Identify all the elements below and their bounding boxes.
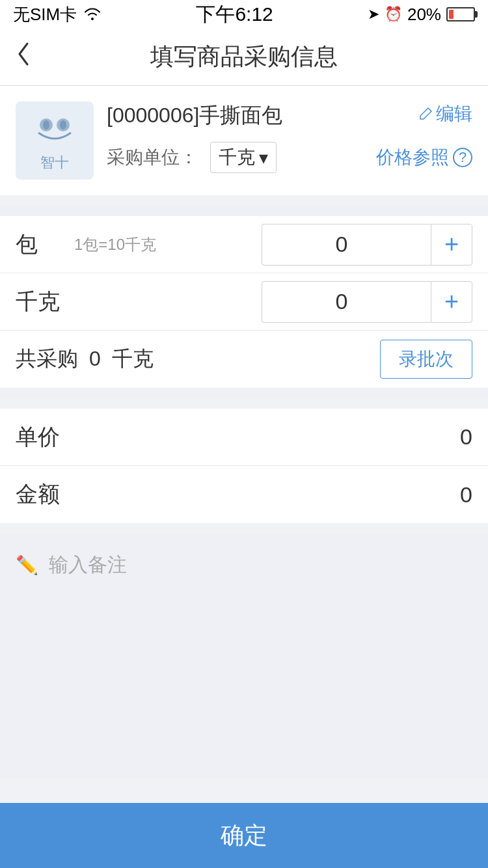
price-reference-button[interactable]: 价格参照 ? <box>376 145 472 170</box>
battery-pct: 20% <box>407 5 441 25</box>
kg-label: 千克 <box>16 287 68 317</box>
svg-point-3 <box>60 120 66 129</box>
product-unit-row: 采购单位： 千克 ▾ 价格参照 ? <box>107 142 472 173</box>
unit-price-row: 单价 0 <box>0 409 488 466</box>
battery-icon <box>446 7 475 21</box>
bag-sublabel: 1包=10千克 <box>74 234 262 255</box>
price-ref-help-icon: ? <box>453 148 472 167</box>
bag-plus-button[interactable]: + <box>431 224 472 265</box>
summary-row: 共采购 0 千克 录批次 <box>0 331 488 388</box>
status-left: 无SIM卡 <box>13 3 102 26</box>
nav-bar: 填写商品采购信息 <box>0 29 488 86</box>
back-button[interactable] <box>16 41 31 73</box>
unit-price-label: 单价 <box>16 422 60 452</box>
amount-row: 金额 0 <box>0 466 488 523</box>
status-right: ➤ ⏰ 20% <box>368 5 475 25</box>
pencil-icon: ✏️ <box>16 554 38 576</box>
kg-input-control: + <box>262 281 472 323</box>
section-divider-2 <box>0 388 488 398</box>
confirm-button[interactable]: 确定 <box>0 803 488 868</box>
bag-input-control: + <box>262 224 472 265</box>
product-header: [0000006]手撕面包 编辑 <box>107 102 472 130</box>
unit-label: 采购单位： <box>107 147 198 167</box>
price-section: 单价 0 金额 0 <box>0 409 488 523</box>
batch-button[interactable]: 录批次 <box>380 340 472 379</box>
product-img-label: 智十 <box>32 156 77 170</box>
kg-plus-button[interactable]: + <box>431 281 472 323</box>
notes-placeholder: 输入备注 <box>49 552 127 578</box>
product-image: 智十 <box>16 102 94 180</box>
unit-select[interactable]: 千克 ▾ <box>210 142 277 173</box>
kg-quantity-input[interactable] <box>262 281 431 323</box>
product-info: [0000006]手撕面包 编辑 采购单位： 千克 ▾ 价格参照 ? <box>107 102 472 173</box>
alarm-icon: ⏰ <box>385 6 402 23</box>
input-section: 包 1包=10千克 + 千克 + 共采购 0 千克 录批次 <box>0 216 488 388</box>
unit-price-value: 0 <box>460 424 472 450</box>
status-bar: 无SIM卡 下午6:12 ➤ ⏰ 20% <box>0 0 488 29</box>
section-divider-1 <box>0 206 488 216</box>
amount-label: 金额 <box>16 480 60 509</box>
carrier-label: 无SIM卡 <box>13 3 77 26</box>
kg-input-row: 千克 + <box>0 273 488 331</box>
bag-quantity-input[interactable] <box>262 224 431 265</box>
status-time: 下午6:12 <box>196 1 273 28</box>
page-title: 填写商品采购信息 <box>150 41 338 73</box>
summary-text: 共采购 0 千克 <box>16 345 154 373</box>
edit-button[interactable]: 编辑 <box>418 102 472 126</box>
svg-point-2 <box>43 120 49 129</box>
bag-input-row: 包 1包=10千克 + <box>0 216 488 273</box>
product-section: 智十 [0000006]手撕面包 编辑 采购单位： 千克 ▾ <box>0 86 488 195</box>
amount-value: 0 <box>460 482 472 508</box>
bag-label: 包 <box>16 230 68 260</box>
product-name: [0000006]手撕面包 <box>107 102 282 130</box>
wifi-icon <box>83 5 102 25</box>
notes-section[interactable]: ✏️ 输入备注 <box>0 534 488 597</box>
location-icon: ➤ <box>368 6 379 23</box>
bottom-space <box>0 597 488 779</box>
